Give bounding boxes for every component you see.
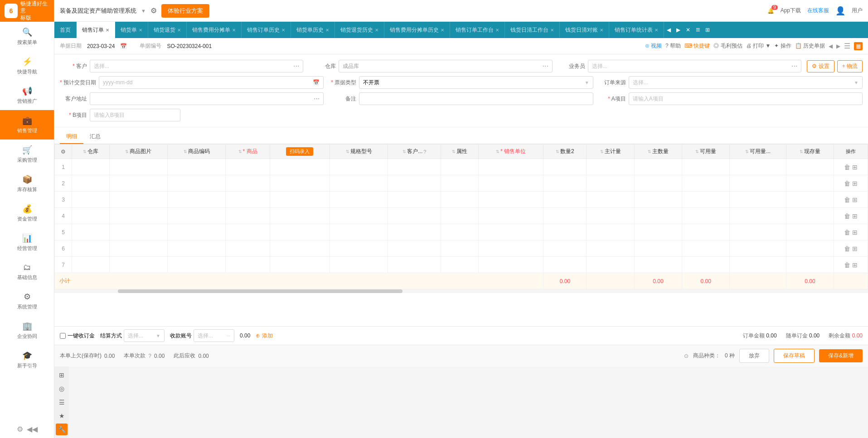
row-4-qty2[interactable] bbox=[543, 208, 587, 224]
view-btn[interactable]: ⊙ 视频 bbox=[645, 42, 662, 50]
row-3-mainunit[interactable] bbox=[587, 192, 634, 208]
row-7-mainunit[interactable] bbox=[587, 257, 634, 273]
row-6-unit[interactable] bbox=[478, 241, 543, 257]
tab-returnhistory-close[interactable]: ✕ bbox=[375, 28, 378, 33]
row-5-img[interactable] bbox=[109, 224, 167, 241]
tab-feehistory[interactable]: 销售费用分摊单历史 ✕ bbox=[384, 22, 450, 38]
topbar-settings-icon[interactable]: ⚙ bbox=[150, 6, 157, 15]
row-4-copy-btn[interactable]: ⊞ bbox=[852, 212, 858, 220]
sidebar-item-newuser[interactable]: 🎓 新手引导 bbox=[0, 345, 54, 375]
right-panel-expand-btn[interactable]: ⊞ bbox=[56, 369, 68, 381]
delivery-date-input[interactable]: yyyy-mm-dd 📅 bbox=[99, 76, 324, 89]
quick-order-checkbox[interactable]: 一键收订金 bbox=[60, 332, 95, 340]
row-3-avail2[interactable] bbox=[730, 192, 786, 208]
row-5-copy-btn[interactable]: ⊞ bbox=[852, 229, 858, 236]
row-1-copy-btn[interactable]: ⊞ bbox=[852, 164, 858, 171]
row-1-custcode[interactable] bbox=[388, 159, 441, 175]
row-2-custcode[interactable] bbox=[388, 175, 441, 192]
row-7-img[interactable] bbox=[109, 257, 167, 273]
row-3-unit[interactable] bbox=[478, 192, 543, 208]
sidebar-settings-btn[interactable]: ⚙ bbox=[17, 425, 23, 433]
row-5-unit[interactable] bbox=[478, 224, 543, 241]
row-5-avail2[interactable] bbox=[730, 224, 786, 241]
operation-btn[interactable]: ✦ 操作 bbox=[774, 42, 791, 50]
row-5-delete-btn[interactable]: 🗑 bbox=[844, 229, 850, 236]
col-warehouse[interactable]: ⇅仓库 bbox=[72, 144, 109, 159]
tab-salesreturn[interactable]: 销货退货 ✕ bbox=[148, 22, 187, 38]
col-product-img[interactable]: ⇅商品图片 bbox=[109, 144, 167, 159]
row-5-stock[interactable] bbox=[786, 224, 834, 241]
a-project-input[interactable]: 请输入A项目 bbox=[629, 92, 863, 105]
row-7-avail2[interactable] bbox=[730, 257, 786, 273]
experience-btn[interactable]: 体验行业方案 bbox=[161, 4, 209, 18]
payment-method-select[interactable]: 选择... ▼ bbox=[124, 329, 165, 342]
col-stock[interactable]: ⇅现存量 bbox=[786, 144, 834, 159]
col-settings[interactable]: ⚙ bbox=[55, 144, 72, 159]
row-2-mainunit[interactable] bbox=[587, 175, 634, 192]
row-2-spec[interactable] bbox=[330, 175, 388, 192]
tab-invoicehistory[interactable]: 销货单历史 ✕ bbox=[291, 22, 335, 38]
row-1-avail2[interactable] bbox=[730, 159, 786, 175]
row-7-spec[interactable] bbox=[330, 257, 388, 273]
profit-btn[interactable]: ◎ 毛利预估 bbox=[713, 42, 742, 50]
tab-returnhistory[interactable]: 销货退货历史 ✕ bbox=[335, 22, 384, 38]
row-5-product[interactable] bbox=[226, 224, 270, 241]
tab-invoice-close[interactable]: ✕ bbox=[139, 28, 142, 33]
tab-cashday[interactable]: 钱货日清工作台 ✕ bbox=[505, 22, 560, 38]
tab-saleshistory[interactable]: 销售订单历史 ✕ bbox=[242, 22, 291, 38]
row-2-stock[interactable] bbox=[786, 175, 834, 192]
save-draft-btn[interactable]: 保存草稿 bbox=[774, 349, 815, 363]
tab-salesreturn-close[interactable]: ✕ bbox=[177, 28, 181, 33]
tab-cashcheck[interactable]: 钱货日清对账 ✕ bbox=[560, 22, 609, 38]
row-5-code[interactable] bbox=[167, 224, 225, 241]
row-5-spec[interactable] bbox=[330, 224, 388, 241]
warehouse-input[interactable]: 成品库 ··· bbox=[339, 60, 552, 72]
row-2-code[interactable] bbox=[167, 175, 225, 192]
row-4-delete-btn[interactable]: 🗑 bbox=[844, 212, 850, 220]
col-attr[interactable]: ⇅属性 bbox=[441, 144, 478, 159]
row-6-attr[interactable] bbox=[441, 241, 478, 257]
sidebar-item-purchase[interactable]: 🛒 采购管理 bbox=[0, 140, 54, 169]
sidebar-item-basic[interactable]: 🗂 基础信息 bbox=[0, 257, 54, 286]
col-product-code[interactable]: ⇅商品编码 bbox=[167, 144, 225, 159]
sidebar-item-marketing[interactable]: 📢 营销推广 bbox=[0, 81, 54, 110]
col-qty2[interactable]: ⇅数量2 bbox=[543, 144, 587, 159]
row-3-img[interactable] bbox=[109, 192, 167, 208]
row-2-img[interactable] bbox=[109, 175, 167, 192]
chevron-down-icon[interactable]: ▼ bbox=[141, 8, 146, 14]
calendar-icon[interactable]: 📅 bbox=[120, 43, 127, 49]
row-1-mainunit[interactable] bbox=[587, 159, 634, 175]
row-4-code[interactable] bbox=[167, 208, 225, 224]
row-3-qty2[interactable] bbox=[543, 192, 587, 208]
row-3-product[interactable] bbox=[226, 192, 270, 208]
online-service-btn[interactable]: 在线客服 bbox=[807, 7, 829, 14]
warehouse-more-icon[interactable]: ··· bbox=[543, 62, 548, 70]
row-3-copy-btn[interactable]: ⊞ bbox=[852, 196, 858, 203]
row-6-code[interactable] bbox=[167, 241, 225, 257]
tab-salesorder-close[interactable]: ✕ bbox=[106, 28, 109, 33]
row-6-avail2[interactable] bbox=[730, 241, 786, 257]
row-6-warehouse[interactable] bbox=[72, 241, 109, 257]
row-6-copy-btn[interactable]: ⊞ bbox=[852, 245, 858, 252]
row-7-copy-btn[interactable]: ⊞ bbox=[852, 261, 858, 269]
row-5-mainqty[interactable] bbox=[634, 224, 682, 241]
col-available[interactable]: ⇅可用量 bbox=[682, 144, 730, 159]
notification-btn[interactable]: 🔔 9 bbox=[767, 8, 774, 14]
tab-salesfee[interactable]: 销售费用分摊单 ✕ bbox=[187, 22, 242, 38]
row-3-code[interactable] bbox=[167, 192, 225, 208]
address-more-icon[interactable]: ··· bbox=[314, 95, 320, 103]
row-6-avail[interactable] bbox=[682, 241, 730, 257]
add-product-btn[interactable]: + 物流 bbox=[837, 60, 863, 72]
row-7-attr[interactable] bbox=[441, 257, 478, 273]
invoice-type-select[interactable]: 不开票 ▼ bbox=[359, 76, 593, 89]
quick-order-checkbox-input[interactable] bbox=[60, 333, 66, 339]
right-panel-star-btn[interactable]: ★ bbox=[56, 410, 68, 422]
table-scrollbar[interactable] bbox=[54, 289, 868, 293]
row-1-attr[interactable] bbox=[441, 159, 478, 175]
sidebar-item-quicknav[interactable]: ⚡ 快捷导航 bbox=[0, 51, 54, 81]
sidebar-item-system[interactable]: ⚙ 系统管理 bbox=[0, 286, 54, 316]
row-7-mainqty[interactable] bbox=[634, 257, 682, 273]
row-3-attr[interactable] bbox=[441, 192, 478, 208]
row-2-avail2[interactable] bbox=[730, 175, 786, 192]
row-4-warehouse[interactable] bbox=[72, 208, 109, 224]
